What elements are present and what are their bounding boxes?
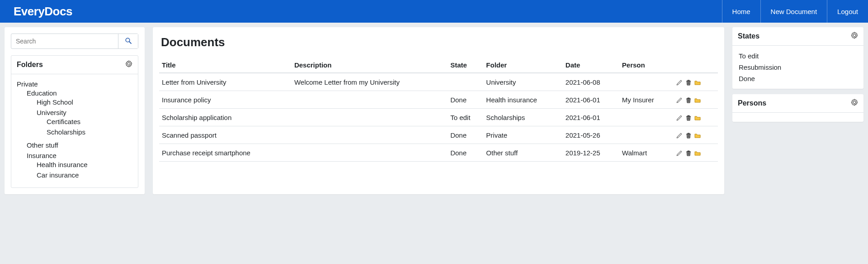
pencil-icon [676, 149, 683, 157]
pencil-icon [676, 79, 683, 86]
delete-button[interactable] [684, 132, 693, 139]
states-list: To editResubmissionDone [738, 50, 858, 84]
col-date: Date [563, 58, 619, 73]
folder-label: Health insurance [37, 161, 88, 168]
folder-item[interactable]: InsuranceHealth insuranceCar insurance [27, 150, 132, 182]
open-folder-button[interactable] [693, 79, 702, 86]
cell-person [619, 73, 672, 91]
edit-button[interactable] [675, 79, 684, 86]
open-folder-button[interactable] [693, 149, 702, 157]
nav-new-document[interactable]: New Document [760, 0, 827, 23]
persons-card: Persons [732, 94, 863, 122]
delete-button[interactable] [684, 96, 693, 104]
table-row: Insurance policyDoneHealth insurance2021… [159, 91, 718, 109]
state-item[interactable]: To edit [738, 50, 858, 62]
trash-icon [685, 149, 692, 157]
cell-folder: Health insurance [483, 91, 562, 109]
top-nav: Home New Document Logout [722, 0, 868, 23]
table-row: Scanned passportDonePrivate2021-05-26 [159, 126, 718, 144]
states-settings-button[interactable] [851, 32, 858, 41]
cell-date: 2021-06-08 [563, 73, 619, 91]
open-folder-button[interactable] [693, 114, 702, 121]
folder-item[interactable]: UniversityCertificatesScholarships [37, 107, 132, 139]
folder-icon [694, 132, 701, 139]
cell-description [292, 109, 448, 126]
gear-icon [125, 60, 132, 69]
row-actions [672, 126, 718, 144]
row-actions [672, 109, 718, 126]
nav-home[interactable]: Home [722, 0, 760, 23]
state-item[interactable]: Done [738, 73, 858, 84]
state-item[interactable]: Resubmission [738, 62, 858, 73]
folder-item[interactable]: Health insurance [37, 159, 132, 170]
cell-state: To edit [448, 109, 483, 126]
states-card: States To editResubmissionDone [732, 27, 863, 89]
row-actions [672, 73, 718, 91]
folder-item[interactable]: Other stuff [27, 140, 132, 150]
persons-heading: Persons [738, 99, 766, 107]
states-heading: States [738, 32, 760, 40]
cell-folder: University [483, 73, 562, 91]
col-person: Person [619, 58, 672, 73]
folder-label: University [37, 109, 66, 116]
edit-button[interactable] [675, 96, 684, 104]
row-actions [672, 91, 718, 109]
folder-label: High School [37, 98, 73, 106]
cell-date: 2019-12-25 [563, 144, 619, 162]
col-title: Title [159, 58, 292, 73]
cell-person [619, 126, 672, 144]
nav-logout[interactable]: Logout [827, 0, 868, 23]
delete-button[interactable] [684, 149, 693, 157]
cell-person: Walmart [619, 144, 672, 162]
open-folder-button[interactable] [693, 96, 702, 104]
folder-tree: PrivateEducationHigh SchoolUniversityCer… [11, 74, 138, 187]
table-row: Letter from UniversityWelcome Letter fro… [159, 73, 718, 91]
cell-title: Insurance policy [159, 91, 292, 109]
folder-item[interactable]: PrivateEducationHigh SchoolUniversityCer… [17, 79, 132, 183]
edit-button[interactable] [675, 149, 684, 157]
folder-icon [694, 96, 701, 104]
folder-item[interactable]: Certificates [47, 116, 132, 127]
cell-folder: Scholarships [483, 109, 562, 126]
edit-button[interactable] [675, 114, 684, 121]
search-button[interactable] [118, 34, 138, 48]
folder-item[interactable]: Scholarships [47, 127, 132, 137]
cell-title: Scholarship application [159, 109, 292, 126]
folder-label: Car insurance [37, 171, 79, 179]
search-input[interactable] [11, 34, 118, 48]
col-folder: Folder [483, 58, 562, 73]
folder-label: Other stuff [27, 141, 58, 149]
cell-title: Scanned passport [159, 126, 292, 144]
delete-button[interactable] [684, 114, 693, 121]
main-panel: Documents Title Description State Folder… [153, 27, 724, 194]
cell-state: Done [448, 144, 483, 162]
persons-settings-button[interactable] [851, 99, 858, 108]
gear-icon [851, 32, 858, 41]
folders-settings-button[interactable] [125, 60, 132, 69]
folder-icon [694, 149, 701, 157]
search-icon [125, 37, 132, 46]
brand-logo: EveryDocs [14, 5, 72, 19]
cell-folder: Other stuff [483, 144, 562, 162]
cell-title: Letter from University [159, 73, 292, 91]
folder-label: Scholarships [47, 128, 85, 136]
folder-item[interactable]: EducationHigh SchoolUniversityCertificat… [27, 88, 132, 140]
col-actions [672, 58, 718, 73]
page-title: Documents [161, 35, 718, 49]
header: EveryDocs Home New Document Logout [0, 0, 868, 23]
row-actions [672, 144, 718, 162]
folder-label: Insurance [27, 152, 57, 159]
edit-button[interactable] [675, 132, 684, 139]
search-form [11, 34, 138, 49]
table-row: Purchase receipt smartphoneDoneOther stu… [159, 144, 718, 162]
cell-description: Welcome Letter from my University [292, 73, 448, 91]
pencil-icon [676, 96, 683, 104]
cell-date: 2021-06-01 [563, 91, 619, 109]
delete-button[interactable] [684, 79, 693, 86]
open-folder-button[interactable] [693, 132, 702, 139]
cell-person [619, 109, 672, 126]
cell-description [292, 126, 448, 144]
folder-item[interactable]: High School [37, 97, 132, 107]
folder-item[interactable]: Car insurance [37, 170, 132, 180]
folders-heading: Folders [17, 61, 43, 69]
